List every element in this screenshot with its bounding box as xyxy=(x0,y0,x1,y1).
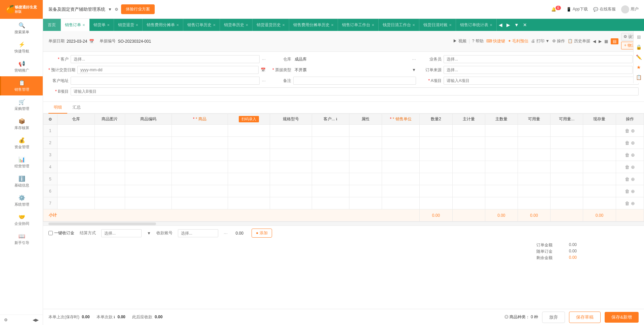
td-image[interactable] xyxy=(94,161,125,173)
td-customer-code[interactable] xyxy=(312,125,349,137)
td-main-qty[interactable] xyxy=(485,161,518,173)
td-main-unit[interactable] xyxy=(452,161,485,173)
sidebar-item-operations[interactable]: 📊 经营管理 xyxy=(0,153,43,172)
prev-debt-info-btn[interactable]: ℹ xyxy=(114,315,115,319)
sidebar-item-system[interactable]: ⚙️ 系统管理 xyxy=(0,191,43,210)
td-spec[interactable] xyxy=(270,185,312,197)
order-source-input[interactable] xyxy=(444,66,633,74)
tab-dropdown-btn[interactable]: ▼ xyxy=(512,19,521,31)
horizontal-scrollbar[interactable] xyxy=(48,222,156,225)
th-spec[interactable]: 规格型号 xyxy=(270,114,312,125)
th-avail[interactable]: 可用量 xyxy=(518,114,550,125)
td-main-unit[interactable] xyxy=(452,185,485,197)
tab-close-icon[interactable]: ✕ xyxy=(490,23,492,27)
tab-next-btn[interactable]: ▶ xyxy=(504,19,512,31)
right-panel-grid-btn[interactable]: ⊞ xyxy=(634,32,644,42)
td-main-qty[interactable] xyxy=(485,149,518,161)
tab-close-icon[interactable]: ✕ xyxy=(372,23,374,27)
td-warehouse[interactable] xyxy=(57,149,94,161)
td-product[interactable] xyxy=(172,185,228,197)
tab-close-icon[interactable]: ✕ xyxy=(176,23,179,27)
sidebar-item-marketing[interactable]: 📢 营销推广 xyxy=(0,57,43,76)
td-avail2[interactable] xyxy=(551,173,583,185)
th-settings[interactable]: ⚙ xyxy=(43,114,58,125)
td-image[interactable] xyxy=(94,173,125,185)
right-panel-edit-btn[interactable]: ✏️ xyxy=(634,52,644,62)
td-avail2[interactable] xyxy=(551,197,583,209)
td-qty2[interactable] xyxy=(420,149,452,161)
collapse-sidebar-btn[interactable]: ◀▶ xyxy=(33,318,39,322)
tab-close-icon[interactable]: ✕ xyxy=(136,23,138,27)
td-stock[interactable] xyxy=(583,173,616,185)
sidebar-item-inventory[interactable]: 📦 库存核算 xyxy=(0,115,43,134)
td-main-unit[interactable] xyxy=(452,197,485,209)
td-stock[interactable] xyxy=(583,125,616,137)
td-customer-code[interactable] xyxy=(312,173,349,185)
sidebar-item-enterprise[interactable]: 🤝 企业协同 xyxy=(0,210,43,230)
td-avail2[interactable] xyxy=(551,125,583,137)
td-main-unit[interactable] xyxy=(452,149,485,161)
td-avail[interactable] xyxy=(518,137,550,149)
td-attr[interactable] xyxy=(349,125,382,137)
sidebar-item-guide[interactable]: 📖 新手引导 xyxy=(0,230,43,249)
td-avail[interactable] xyxy=(518,197,550,209)
td-unit[interactable] xyxy=(382,137,420,149)
solution-btn[interactable]: 体验行业方案 xyxy=(121,4,155,14)
td-product[interactable] xyxy=(172,125,228,137)
td-avail2[interactable] xyxy=(551,149,583,161)
td-code[interactable] xyxy=(125,185,172,197)
td-warehouse[interactable] xyxy=(57,125,94,137)
td-avail[interactable] xyxy=(518,173,550,185)
help-btn[interactable]: ? 帮助 xyxy=(472,38,484,44)
td-warehouse[interactable] xyxy=(57,137,94,149)
td-image[interactable] xyxy=(94,137,125,149)
tab-close-all-btn[interactable]: ✕ xyxy=(521,19,529,31)
shortcut-btn[interactable]: ⌨ 快捷键 xyxy=(486,38,505,44)
tab-stats[interactable]: 销售订单统计表 ✕ xyxy=(456,19,497,31)
print-btn[interactable]: 🖨 打印 ▼ xyxy=(531,38,550,44)
tab-sales-expense[interactable]: 销售费用分摊单 ✕ xyxy=(143,19,183,31)
td-main-qty[interactable] xyxy=(485,197,518,209)
row-delete-btn[interactable]: 🗑 xyxy=(625,201,630,206)
td-avail[interactable] xyxy=(518,185,550,197)
sidebar-item-sales[interactable]: 📋 销售管理 xyxy=(0,76,43,95)
user-area[interactable]: 用户 xyxy=(621,5,639,13)
view-btn[interactable]: ▶ 视频 xyxy=(453,38,466,44)
td-image[interactable] xyxy=(94,125,125,137)
th-main-qty[interactable]: 主数量 xyxy=(485,114,518,125)
one-click-order-check[interactable] xyxy=(48,231,53,235)
td-avail2[interactable] xyxy=(551,185,583,197)
settle-input[interactable] xyxy=(101,229,142,237)
remark-input[interactable] xyxy=(293,77,416,85)
th-customer-code[interactable]: 客户... ℹ xyxy=(312,114,349,125)
sidebar-item-purchase[interactable]: 🛒 采购管理 xyxy=(0,95,43,115)
td-attr[interactable] xyxy=(349,137,382,149)
right-panel-doc-btn[interactable]: 📋 xyxy=(634,73,644,82)
row-copy-btn[interactable]: ⊕ xyxy=(631,152,635,158)
td-qty2[interactable] xyxy=(420,185,452,197)
tab-close-icon[interactable]: ✕ xyxy=(331,23,334,27)
tab-close-icon[interactable]: ✕ xyxy=(449,23,452,27)
app-download-link[interactable]: 📱 App下载 xyxy=(566,6,588,12)
th-product[interactable]: * 商品 xyxy=(172,114,228,125)
th-warehouse[interactable]: 仓库 xyxy=(57,114,94,125)
td-main-unit[interactable] xyxy=(452,173,485,185)
td-avail[interactable] xyxy=(518,125,550,137)
th-code[interactable]: 商品编码 xyxy=(125,114,172,125)
staff-input[interactable] xyxy=(444,55,633,63)
tab-invoice-history[interactable]: 销货单历史 ✕ xyxy=(220,19,253,31)
grid-view-btn[interactable]: ▦ xyxy=(604,39,608,44)
td-main-qty[interactable] xyxy=(485,185,518,197)
td-unit[interactable] xyxy=(382,197,420,209)
save-draft-btn[interactable]: 保存草稿 xyxy=(569,312,601,323)
tab-order-workbench[interactable]: 销售订单工作台 ✕ xyxy=(338,19,379,31)
td-code[interactable] xyxy=(125,161,172,173)
row-copy-btn[interactable]: ⊕ xyxy=(631,189,635,194)
td-spec[interactable] xyxy=(270,125,312,137)
date-picker-btn[interactable]: 📅 xyxy=(89,39,94,44)
sidebar-item-search[interactable]: 🔍 搜索菜单 xyxy=(0,19,43,38)
row-delete-btn[interactable]: 🗑 xyxy=(625,189,630,194)
a-project-input[interactable] xyxy=(444,77,639,85)
row-delete-btn[interactable]: 🗑 xyxy=(625,176,630,182)
td-main-unit[interactable] xyxy=(452,125,485,137)
